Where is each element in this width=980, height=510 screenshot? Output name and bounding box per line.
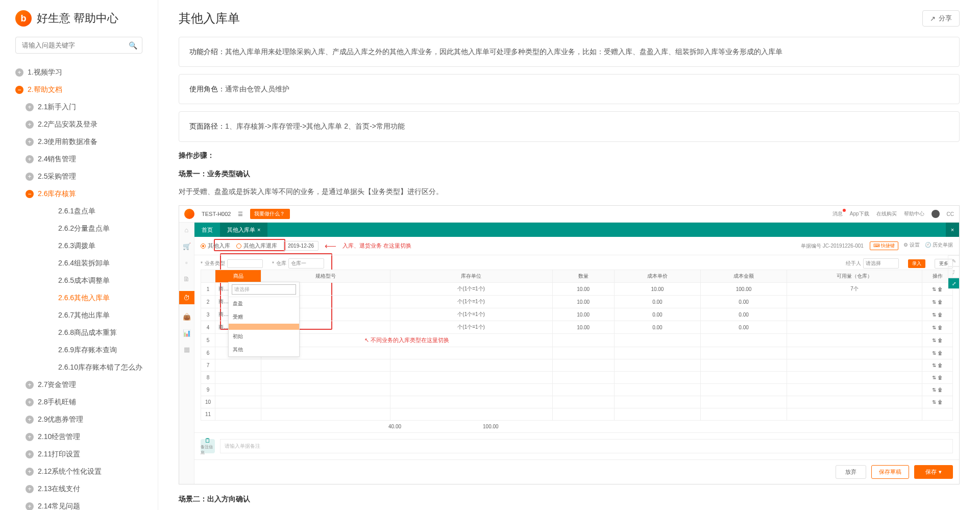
nav-2-6-10[interactable]: 2.6.10库存账本错了怎么办	[46, 359, 142, 376]
tab-home: 首页	[194, 223, 220, 237]
app-content: 首页 其他入库单 × × 其他入库 其他入库退库 2019-12-26 ⟵ 入库…	[194, 223, 959, 484]
nav-2-7[interactable]: +2.7资金管理	[26, 376, 142, 394]
app-top-right: 消息 App下载 在线购买 帮助中心 CC	[832, 210, 954, 218]
rail-icon: ⤢	[948, 278, 959, 289]
table-row: 10⇅ 🗑	[201, 396, 953, 408]
brand-title: 好生意 帮助中心	[37, 11, 118, 26]
nav-2-6-8[interactable]: 2.6.8商品成本重算	[46, 324, 142, 342]
save-btn: 保存▾	[914, 465, 953, 479]
grid-wrap: 请选择 盘盈 受赠 初始 其他 商品 规格型号	[194, 270, 959, 421]
table-row: 9⇅ 🗑	[201, 384, 953, 396]
doc-no: 单据编号 JC-20191226-001	[801, 242, 864, 250]
nav-2-10[interactable]: +2.10经营管理	[26, 428, 142, 446]
dd-item: 受赠	[229, 310, 299, 324]
grid-icon: ▦	[183, 345, 191, 353]
bag-icon: 👜	[183, 312, 191, 321]
app-download-link: App下载	[850, 210, 869, 217]
role-box: 使用角色：通常由仓管人员维护	[179, 74, 960, 104]
msg-link: 消息	[832, 210, 843, 217]
search-icon[interactable]: 🔍	[129, 41, 137, 50]
nav-2-6-3[interactable]: 2.6.3调拨单	[46, 237, 142, 255]
nav-2-9[interactable]: +2.9优惠券管理	[26, 411, 142, 428]
nav-2-6[interactable]: −2.6库存核算	[26, 185, 142, 203]
date-field: 2019-12-26	[283, 241, 318, 251]
doc-type-row: 其他入库 其他入库退库 2019-12-26 ⟵ 入库、退货业务 在这里切换 单…	[194, 237, 959, 255]
arrow-icon: ⟵	[325, 241, 336, 251]
annotation-text-1: 入库、退货业务 在这里切换	[342, 242, 411, 250]
annotation-text-2: 不同业务的入库类型在这里切换	[371, 337, 449, 343]
table-row: 6⇅ 🗑	[201, 347, 953, 359]
help-link: 帮助中心	[904, 210, 924, 217]
radio-other-return: 其他入库退库	[236, 242, 277, 250]
intro-text: 其他入库单用来处理除采购入库、产成品入库之外的其他入库业务，因此其他入库单可处理…	[225, 47, 782, 56]
share-button[interactable]: ↗ 分享	[922, 10, 960, 27]
embedded-app-screenshot: TEST-H002 ☰ 我要做什么？ 消息 App下载 在线购买 帮助中心 CC…	[179, 205, 960, 484]
note-input: 请输入单据备注	[220, 439, 953, 453]
sidebar: b 好生意 帮助中心 🔍 +1.视频学习 −2.帮助文档 +2.1新手入门 +2…	[0, 0, 158, 510]
record-btn: 录入	[908, 259, 925, 268]
sidebar-search: 🔍	[15, 37, 142, 54]
nav-2-2[interactable]: +2.2产品安装及登录	[26, 116, 142, 133]
nav-2-3[interactable]: +2.3使用前数据准备	[26, 133, 142, 151]
nav-help-docs[interactable]: −2.帮助文档	[15, 81, 142, 99]
share-icon: ↗	[930, 15, 936, 22]
nav-2-1[interactable]: +2.1新手入门	[26, 99, 142, 116]
note-icon: 🗒备注信息	[201, 439, 215, 453]
nav-2-4[interactable]: +2.4销售管理	[26, 151, 142, 168]
chart-icon: 📊	[183, 329, 191, 337]
intro-label: 功能介绍：	[189, 47, 225, 56]
discard-btn: 放弃	[836, 465, 866, 479]
nav-2-11[interactable]: +2.11打印设置	[26, 446, 142, 463]
box-icon: ▫	[183, 258, 191, 266]
nav-2-6-7[interactable]: 2.6.7其他出库单	[46, 307, 142, 324]
app-logo-icon	[184, 209, 194, 219]
rail-icon: ⤴	[948, 266, 959, 278]
search-input[interactable]	[15, 37, 142, 54]
table-row: 5↖ 不同业务的入库类型在这里切换⇅ 🗑	[201, 334, 953, 347]
table-row: 3商…个(1个=1个)10.000.000.00⇅ 🗑	[201, 308, 953, 321]
filter-warehouse: * 仓库 仓库一	[272, 258, 324, 269]
history-link: 🕘 历史单据	[925, 241, 953, 250]
totals-row: 40.00 100.00	[194, 421, 959, 432]
note-row: 🗒备注信息 请输入单据备注	[194, 432, 959, 459]
path-box: 页面路径：1、库存核算->库存管理->其他入库单 2、首页->常用功能	[179, 111, 960, 141]
cart-icon: 🛒	[183, 242, 191, 250]
role-label: 使用角色：	[189, 85, 225, 93]
app-tabbar: 首页 其他入库单 × ×	[194, 223, 959, 237]
app-sidebar: ⌂ 🛒 ▫ 🗎 ⏱ 👜 📊 ▦	[179, 223, 194, 484]
stock-icon: ⏱	[179, 291, 194, 304]
user-name: CC	[947, 211, 954, 217]
nav-2-6-2[interactable]: 2.6.2分量盘点单	[46, 220, 142, 237]
path-label: 页面路径：	[189, 122, 225, 130]
nav-2-12[interactable]: +2.12系统个性化设置	[26, 463, 142, 480]
scene1-title: 场景一：业务类型确认	[179, 169, 960, 179]
table-row: 8⇅ 🗑	[201, 372, 953, 384]
filter-handler: 经手人 请选择	[846, 258, 899, 269]
nav-2-6-6[interactable]: 2.6.6其他入库单	[46, 289, 142, 307]
avatar-icon	[932, 210, 940, 218]
nav-2-8[interactable]: +2.8手机旺铺	[26, 394, 142, 411]
app-org: TEST-H002	[202, 211, 231, 217]
settings-link: ⚙ 设置	[903, 241, 920, 250]
nav-videos[interactable]: +1.视频学习	[15, 64, 142, 81]
scene1-text: 对于受赠、盘盈或是拆装入库等不同的业务，是通过单据头【业务类型】进行区分。	[179, 185, 960, 199]
filter-biztype: * 业务类型	[201, 259, 263, 268]
table-row: 7⇅ 🗑	[201, 359, 953, 372]
nav-tree: +1.视频学习 −2.帮助文档 +2.1新手入门 +2.2产品安装及登录 +2.…	[15, 64, 142, 510]
menu-icon: ☰	[238, 211, 243, 217]
nav-2-6-4[interactable]: 2.6.4组装拆卸单	[46, 255, 142, 272]
shortcut-btn: ⌨ 快捷键	[870, 241, 899, 250]
rail-icon: ✎	[948, 255, 959, 266]
intro-box: 功能介绍：其他入库单用来处理除采购入库、产成品入库之外的其他入库业务，因此其他入…	[179, 37, 960, 67]
nav-2-14[interactable]: +2.14常见问题	[26, 498, 142, 510]
main-content: 其他入库单 ↗ 分享 功能介绍：其他入库单用来处理除采购入库、产成品入库之外的其…	[158, 0, 980, 510]
nav-2-13[interactable]: +2.13在线支付	[26, 480, 142, 498]
nav-2-6-5[interactable]: 2.6.5成本调整单	[46, 272, 142, 289]
nav-2-6-1[interactable]: 2.6.1盘点单	[46, 203, 142, 220]
toolbar-right: ⌨ 快捷键 ⚙ 设置 🕘 历史单据	[870, 241, 953, 250]
nav-2-6-9[interactable]: 2.6.9库存账本查询	[46, 342, 142, 359]
nav-2-5[interactable]: +2.5采购管理	[26, 168, 142, 185]
table-row: 2商…个(1个=1个)10.000.000.00⇅ 🗑	[201, 296, 953, 308]
radio-other-in: 其他入库	[201, 242, 230, 250]
app-search-btn: 我要做什么？	[250, 209, 290, 219]
